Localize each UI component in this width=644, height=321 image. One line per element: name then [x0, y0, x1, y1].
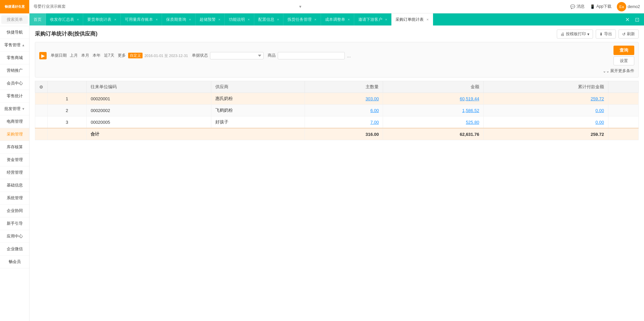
vip-label: 畅会员: [9, 259, 21, 265]
tab-yaohuo-close[interactable]: ×: [114, 18, 116, 21]
message-button[interactable]: 💬 消息: [570, 4, 585, 9]
tab-peizhi-close[interactable]: ×: [277, 18, 279, 21]
row-qty-2[interactable]: 6.00: [305, 105, 383, 116]
tab-home-label: 首页: [34, 17, 42, 22]
tab-shoufa[interactable]: 收发存汇总表 ×: [46, 13, 83, 25]
sidebar-item-wholesale[interactable]: 批发管理 ▼: [0, 103, 29, 115]
date-shortcuts: 上月 本月 本年 近7天 更多 自定义: [69, 52, 143, 59]
app-logo: 畅捷通好生意: [0, 0, 29, 13]
sidebar-item-quick[interactable]: 快捷导航: [0, 26, 29, 39]
account-dropdown-icon[interactable]: ▾: [299, 4, 302, 9]
row-amount-3[interactable]: 525.80: [383, 116, 483, 128]
shortcut-more[interactable]: 更多: [117, 52, 127, 59]
sidebar-item-purchase[interactable]: 采购管理: [0, 128, 29, 141]
col-amount: 金额: [383, 81, 483, 93]
footer-label: 合计: [87, 128, 305, 140]
sidebar-item-retail[interactable]: 零售管理 ▲: [0, 39, 29, 52]
tab-close-all-button[interactable]: ✕: [623, 16, 632, 23]
shortcut-7days[interactable]: 近7天: [103, 52, 115, 59]
row-paid-2[interactable]: 0.00: [483, 105, 608, 116]
filter-action-buttons: 查询 设置: [613, 46, 634, 65]
row-amount-2[interactable]: 1,586.52: [383, 105, 483, 116]
expand-more-button[interactable]: ⌄⌄ 展开更多条件: [603, 68, 634, 74]
tab-pihuo[interactable]: 拣货任务管理 ×: [283, 13, 321, 25]
tab-shoufa-close[interactable]: ×: [77, 18, 79, 21]
sidebar-item-enterprise[interactable]: 企业协同: [0, 205, 29, 217]
tab-keyongliang-close[interactable]: ×: [156, 18, 158, 21]
tab-chaochuyujing-label: 超储预警: [200, 17, 216, 22]
sidebar-item-retail-shop[interactable]: 零售商城: [0, 52, 29, 64]
tab-peizhi[interactable]: 配置信息 ×: [254, 13, 283, 25]
tab-yaoqing[interactable]: 邀请下游客户 ×: [354, 13, 391, 25]
sidebar-item-system[interactable]: 系统管理: [0, 192, 29, 205]
status-select[interactable]: [210, 52, 264, 59]
sidebar-item-vip[interactable]: 畅会员: [0, 256, 29, 268]
tab-baozhi[interactable]: 保质期查询 ×: [162, 13, 195, 25]
table-row[interactable]: 1 00020001 惠氏奶粉 303.00 60,519.44 259.72: [35, 93, 639, 105]
tab-chaochuyujing-close[interactable]: ×: [218, 18, 220, 21]
tab-chaochuyujing[interactable]: 超储预警 ×: [196, 13, 225, 25]
shortcut-this-month[interactable]: 本月: [80, 52, 90, 59]
filter-toggle-button[interactable]: ▶: [39, 52, 47, 59]
tab-keyongliang[interactable]: 可用量库存账本 ×: [121, 13, 162, 25]
sidebar-item-finance[interactable]: 资金管理: [0, 154, 29, 166]
tabbar-end: ✕ ⊡: [623, 16, 644, 23]
sidebar-item-operations[interactable]: 经营管理: [0, 166, 29, 179]
query-button[interactable]: 查询: [613, 46, 634, 55]
tab-baozhi-close[interactable]: ×: [189, 18, 191, 21]
page-title: 采购订单统计表(按供应商): [35, 31, 98, 38]
export-icon: ⬇: [599, 32, 603, 37]
sidebar-item-basic[interactable]: 基础信息: [0, 179, 29, 192]
chevron-down-icon: ▲: [22, 43, 25, 47]
print-button[interactable]: 🖨 按模板打印 ▾: [557, 30, 593, 39]
download-icon: 📱: [590, 4, 595, 9]
row-qty-3[interactable]: 7.00: [305, 116, 383, 128]
tab-chengben[interactable]: 成本调整单 ×: [321, 13, 354, 25]
tab-chengben-close[interactable]: ×: [348, 18, 350, 21]
refresh-button[interactable]: ↺ 刷新: [619, 30, 639, 39]
search-english[interactable]: 搜索英单: [1, 15, 28, 24]
sidebar-item-marketing[interactable]: 营销推广: [0, 64, 29, 77]
sidebar-item-member[interactable]: 会员中心: [0, 77, 29, 90]
app-download-button[interactable]: 📱 App下载: [590, 4, 611, 9]
sidebar-item-appstore[interactable]: 应用中心: [0, 230, 29, 243]
goods-ellipsis-button[interactable]: ...: [347, 53, 351, 58]
tab-yaohuo[interactable]: 要货单统计表 ×: [83, 13, 120, 25]
tab-gongneng[interactable]: 功能说明 ×: [225, 13, 254, 25]
row-paid-1[interactable]: 259.72: [483, 93, 608, 105]
row-qty-1[interactable]: 303.00: [305, 93, 383, 105]
sidebar-item-newguide[interactable]: 新手引导: [0, 217, 29, 230]
refresh-icon: ↺: [622, 32, 626, 37]
tab-yaoqing-close[interactable]: ×: [385, 18, 387, 21]
tab-chengben-label: 成本调整单: [325, 17, 345, 22]
custom-date-badge[interactable]: 自定义: [128, 53, 143, 58]
settings-button[interactable]: 设置: [613, 56, 634, 65]
row-gear-2: [35, 105, 48, 116]
export-label: 导出: [604, 31, 612, 37]
tab-caigou[interactable]: 采购订单统计表 ×: [391, 13, 433, 25]
tab-home[interactable]: 首页: [30, 13, 46, 25]
export-button[interactable]: ⬇ 导出: [596, 30, 616, 39]
sidebar-item-retail-stat[interactable]: 零售统计: [0, 90, 29, 103]
goods-input[interactable]: [278, 52, 345, 59]
sidebar-item-ecommerce[interactable]: 电商管理: [0, 115, 29, 128]
tab-pihuo-close[interactable]: ×: [314, 18, 316, 21]
sidebar-item-inventory[interactable]: 库存核算: [0, 141, 29, 154]
sidebar-item-wechat[interactable]: 企业微信: [0, 243, 29, 256]
footer-seq: [48, 128, 87, 140]
tab-caigou-close[interactable]: ×: [426, 18, 428, 21]
row-code-3: 00020005: [87, 116, 211, 128]
goods-filter-label: 商品: [268, 53, 276, 58]
tab-expand-button[interactable]: ⊡: [633, 16, 641, 23]
user-profile-button[interactable]: Ea demo2: [617, 2, 640, 11]
row-amount-1[interactable]: 60,519.44: [383, 93, 483, 105]
col-gear[interactable]: ⚙: [35, 81, 48, 93]
table-row[interactable]: 3 00020005 好孩子 7.00 525.80 0.00: [35, 116, 639, 128]
tab-gongneng-close[interactable]: ×: [248, 18, 250, 21]
shortcut-last-month[interactable]: 上月: [69, 52, 79, 59]
table-row[interactable]: 2 00020002 飞鹤奶粉 6.00 1,586.52 0.00: [35, 105, 639, 116]
shortcut-this-year[interactable]: 本年: [92, 52, 102, 59]
sidebar-search: 搜索英单: [0, 13, 29, 26]
row-paid-3[interactable]: 0.00: [483, 116, 608, 128]
table-header-row: ⚙ 往来单位编码 供应商 主数量 金额 累计付款金额: [35, 81, 639, 93]
